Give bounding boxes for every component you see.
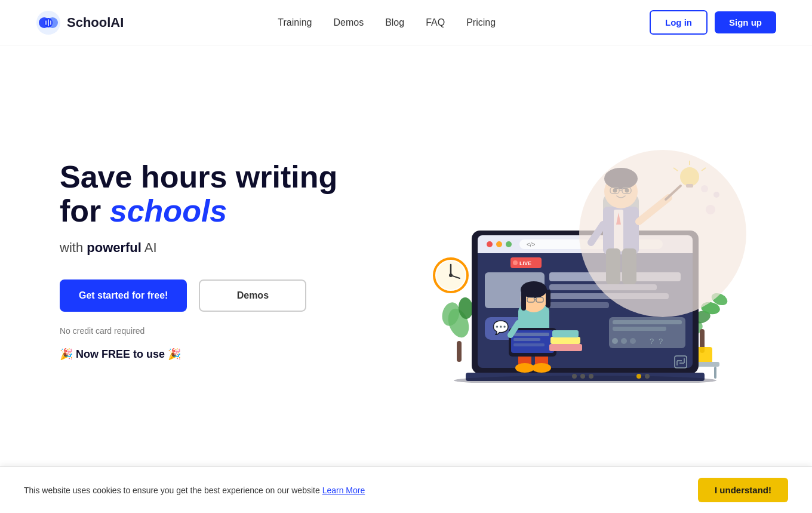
nav-link-training[interactable]: Training bbox=[278, 17, 312, 28]
svg-text:💬: 💬 bbox=[493, 320, 509, 336]
svg-text:LIVE: LIVE bbox=[519, 260, 531, 266]
logo-text: SchoolAI bbox=[67, 15, 124, 30]
hero-title-schools: schools bbox=[110, 193, 227, 228]
hero-title-line2-plain: for bbox=[60, 193, 110, 228]
svg-rect-39 bbox=[613, 320, 682, 324]
svg-point-57 bbox=[589, 374, 593, 379]
svg-text:</>: </> bbox=[527, 241, 536, 248]
login-button[interactable]: Log in bbox=[650, 10, 708, 35]
hero-subtitle-bold: powerful bbox=[87, 240, 142, 255]
nav-buttons: Log in Sign up bbox=[650, 10, 776, 35]
svg-rect-88 bbox=[546, 290, 550, 308]
svg-rect-100 bbox=[513, 343, 545, 346]
svg-text:?: ? bbox=[650, 337, 654, 346]
nav-link-pricing[interactable]: Pricing bbox=[466, 17, 496, 28]
get-started-button[interactable]: Get started for free! bbox=[60, 279, 187, 312]
hero-title-line1: Save hours writing bbox=[60, 159, 337, 194]
svg-rect-15 bbox=[457, 341, 462, 362]
svg-point-31 bbox=[513, 260, 518, 265]
svg-rect-102 bbox=[549, 344, 582, 351]
svg-point-59 bbox=[645, 374, 650, 379]
hero-illustration: </> LIVE ? ? 💬 bbox=[394, 138, 764, 383]
svg-rect-37 bbox=[549, 302, 609, 308]
hero-free-badge: 🎉 Now FREE to use 🎉 bbox=[60, 348, 337, 361]
svg-rect-99 bbox=[513, 338, 540, 341]
navbar: SchoolAI Training Demos Blog FAQ Pricing… bbox=[0, 0, 812, 45]
svg-point-56 bbox=[580, 374, 585, 379]
svg-point-94 bbox=[515, 363, 534, 373]
svg-point-25 bbox=[487, 241, 493, 247]
hero-note: No credit card required bbox=[60, 326, 337, 336]
svg-point-95 bbox=[532, 363, 551, 373]
hero-title: Save hours writing for schools bbox=[60, 160, 337, 228]
svg-point-58 bbox=[636, 374, 641, 379]
nav-link-demos[interactable]: Demos bbox=[333, 17, 364, 28]
hero-subtitle: with powerful AI bbox=[60, 240, 337, 256]
svg-rect-98 bbox=[513, 333, 549, 336]
demos-button[interactable]: Demos bbox=[199, 279, 306, 312]
logo-icon bbox=[36, 10, 61, 35]
nav-link-blog[interactable]: Blog bbox=[385, 17, 404, 28]
bg-circle bbox=[579, 150, 746, 317]
svg-point-27 bbox=[506, 241, 512, 247]
svg-rect-87 bbox=[521, 290, 526, 311]
svg-text:?: ? bbox=[659, 337, 663, 346]
svg-point-42 bbox=[621, 338, 627, 344]
hero-section: Save hours writing for schools with powe… bbox=[0, 45, 812, 475]
hero-buttons: Get started for free! Demos bbox=[60, 279, 337, 312]
logo[interactable]: SchoolAI bbox=[36, 10, 124, 35]
cookie-banner: This website uses cookies to ensure you … bbox=[0, 466, 812, 475]
svg-rect-103 bbox=[550, 337, 580, 344]
nav-links: Training Demos Blog FAQ Pricing bbox=[278, 17, 496, 28]
svg-rect-11 bbox=[714, 367, 716, 379]
nav-link-faq[interactable]: FAQ bbox=[426, 17, 445, 28]
svg-rect-104 bbox=[552, 330, 579, 337]
svg-point-41 bbox=[612, 338, 618, 344]
hero-subtitle-plain: with bbox=[60, 240, 87, 255]
svg-point-20 bbox=[449, 274, 453, 277]
svg-point-43 bbox=[630, 338, 636, 344]
svg-point-26 bbox=[496, 241, 502, 247]
signup-button[interactable]: Sign up bbox=[715, 11, 776, 33]
hero-subtitle-rest: AI bbox=[142, 240, 157, 255]
hero-content: Save hours writing for schools with powe… bbox=[60, 160, 337, 361]
svg-rect-40 bbox=[613, 327, 666, 331]
svg-point-55 bbox=[572, 374, 577, 379]
